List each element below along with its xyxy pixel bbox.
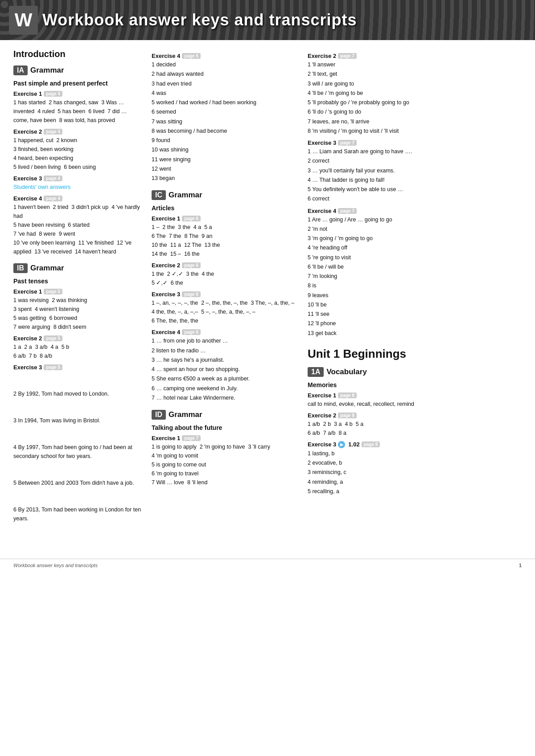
ib-ex1-content: 1 was revising 2 was thinking 3 spent 4 … bbox=[13, 296, 143, 331]
vocab-ex3-content: 1 lasting, b2 evocative, b3 reminiscing,… bbox=[308, 449, 522, 496]
ia-ex2-label: Exercise 2 page 4 bbox=[13, 128, 143, 135]
main-content: Introduction IA Grammar Past simple and … bbox=[0, 40, 535, 554]
id-ex1-page: page 7 bbox=[182, 435, 201, 441]
audio-icon: ▶ bbox=[338, 441, 345, 448]
list-item: 2 correct bbox=[308, 156, 522, 166]
ia-label: IA bbox=[13, 65, 28, 75]
list-item: 12 went bbox=[152, 164, 299, 174]
unit1-title: Unit 1 Beginnings bbox=[308, 347, 522, 361]
list-item: 6 correct bbox=[308, 194, 522, 204]
list-item: 2 evocative, b bbox=[308, 458, 522, 468]
list-item: 5 worked / had worked / had been working bbox=[152, 98, 299, 107]
list-item: 11 'll see bbox=[308, 310, 522, 319]
list-item: 11 were singing bbox=[152, 155, 299, 164]
ib-ex1-label: Exercise 1 page 5 bbox=[13, 288, 143, 295]
list-item: 8 was becoming / had become bbox=[152, 127, 299, 136]
vocab-ex3-label: Exercise 3 ▶ 1.02 page 8 bbox=[308, 441, 522, 448]
ic-ex3-label: Exercise 3 page 6 bbox=[152, 291, 299, 298]
ic-ex4-content: 1 … from one job to another …2 listen to… bbox=[152, 336, 299, 403]
ia-ex1-content: 1 has started 2 has changed, saw 3 Was …… bbox=[13, 98, 143, 125]
ic-section: Grammar bbox=[169, 191, 202, 200]
ib-label: IB bbox=[13, 263, 28, 273]
vocab-ex2-content: 1 a/b 2 b 3 a 4 b 5 a 6 a/b 7 a/b 8 a bbox=[308, 420, 522, 437]
id-label: ID bbox=[152, 410, 166, 420]
id-ex2-page: page 7 bbox=[338, 53, 357, 59]
list-item: 3 … he says he's a journalist. bbox=[152, 356, 299, 365]
ib-ex3-page: page 5 bbox=[44, 364, 62, 370]
column-right: Exercise 2 page 7 1 'll answer2 'll text… bbox=[308, 49, 522, 541]
id-ex4-label: Exercise 4 page 7 bbox=[308, 208, 522, 214]
list-item: 6 'll be / will be bbox=[308, 262, 522, 272]
list-item: 4 … spent an hour or two shopping. bbox=[152, 365, 299, 374]
vocab-ex1-label: Exercise 1 page 8 bbox=[308, 392, 522, 399]
id-ex3-label: Exercise 3 page 7 bbox=[308, 139, 522, 146]
page-footer: Workbook answer keys and transcripts 1 bbox=[0, 559, 535, 572]
w-letter: W bbox=[15, 9, 33, 31]
ic-ex1-label: Exercise 1 page 6 bbox=[152, 215, 299, 222]
list-item: 7 was sitting bbox=[152, 117, 299, 127]
vocab-ex3-page: page 8 bbox=[362, 441, 380, 447]
list-item: 2 had always wanted bbox=[152, 69, 299, 79]
1a-label: 1A bbox=[308, 367, 324, 377]
ia-ex4-label: Exercise 4 page 4 bbox=[13, 195, 143, 202]
column-mid: Exercise 4 page 5 1 decided2 had always … bbox=[152, 49, 308, 541]
list-item: 2 'll text, get bbox=[308, 69, 522, 79]
list-item: 5 You definitely won't be able to use … bbox=[308, 185, 522, 194]
list-item: 10 was shining bbox=[152, 145, 299, 155]
list-item: 4 'll be / 'm going to be bbox=[308, 89, 522, 98]
introduction-title: Introduction bbox=[13, 49, 143, 59]
ia-ex3-page: page 4 bbox=[44, 176, 62, 181]
footer-right: 1 bbox=[519, 563, 522, 568]
ic-ex4-page: page 6 bbox=[182, 329, 201, 335]
list-item: 13 began bbox=[152, 174, 299, 183]
list-item: 8 is bbox=[308, 281, 522, 290]
1a-section: Vocabulary bbox=[326, 368, 366, 376]
ib-ex2-content: 1 a 2 a 3 a/b 4 a 5 b 6 a/b 7 b 8 a/b bbox=[13, 343, 143, 360]
vocab-subsection: Memories bbox=[308, 381, 522, 388]
ic-ex1-page: page 6 bbox=[182, 216, 201, 221]
id-ex4-page: page 7 bbox=[338, 208, 357, 214]
list-item: 5 're going to visit bbox=[308, 253, 522, 262]
ib-ex1-page: page 5 bbox=[44, 289, 62, 294]
vocab-ex1-content: call to mind, evoke, recall, recollect, … bbox=[308, 400, 522, 409]
ic-label: IC bbox=[152, 190, 166, 200]
list-item: 3 had even tried bbox=[152, 79, 299, 89]
list-item: 8 'm visiting / 'm going to visit / 'll … bbox=[308, 127, 522, 136]
ib-ex3-content: 2 By 1992, Tom had moved to London. 3 In… bbox=[13, 372, 143, 541]
list-item: 6 seemed bbox=[152, 107, 299, 117]
ia-ex1-page: page 4 bbox=[44, 91, 62, 97]
list-item: 1 decided bbox=[152, 60, 299, 69]
list-item: 1 … from one job to another … bbox=[152, 336, 299, 346]
ib-ex3-label: Exercise 3 page 5 bbox=[13, 364, 143, 371]
ia-subsection: Past simple and present perfect bbox=[13, 80, 143, 87]
ic-ex1-content: 1 – 2 the 3 the 4 a 5 a 6 The 7 the 8 Th… bbox=[152, 223, 299, 258]
id-section: Grammar bbox=[169, 410, 202, 419]
ib-ex4-label: Exercise 4 page 5 bbox=[152, 53, 299, 59]
vocab-ex3-audio: 1.02 bbox=[348, 441, 359, 448]
ic-ex2-content: 1 the 2 ✓,✓ 3 the 4 the 5 ✓,✓ 6 the bbox=[152, 270, 299, 287]
ia-ex3-label: Exercise 3 page 4 bbox=[13, 175, 143, 182]
ia-ex2-content: 1 happened, cut 2 known 3 finished, been… bbox=[13, 136, 143, 172]
list-item: 1 … Liam and Sarah are going to have …. bbox=[308, 147, 522, 156]
column-left: Introduction IA Grammar Past simple and … bbox=[13, 49, 152, 541]
vocab-ex1-page: page 8 bbox=[338, 392, 357, 398]
list-item: 5 'll probably go / 're probably going t… bbox=[308, 98, 522, 107]
id-ex3-page: page 7 bbox=[338, 140, 357, 146]
ic-ex2-page: page 6 bbox=[182, 262, 201, 268]
list-item: 7 leaves, are no, 'll arrive bbox=[308, 117, 522, 127]
list-item: 4 reminding, a bbox=[308, 478, 522, 487]
id-ex3-content: 1 … Liam and Sarah are going to have ….2… bbox=[308, 147, 522, 204]
ic-heading-row: IC Grammar bbox=[152, 190, 299, 200]
ib-ex3-item: 3 In 1994, Tom was living in Bristol. bbox=[13, 416, 143, 425]
list-item: 7 … hotel near Lake Windermere. bbox=[152, 393, 299, 403]
ib-ex3-item: 2 By 1992, Tom had moved to London. bbox=[13, 389, 143, 398]
vocab-heading-row: 1A Vocabulary bbox=[308, 367, 522, 377]
w-logo-box: W bbox=[9, 6, 38, 35]
list-item: 2 listen to the radio … bbox=[152, 346, 299, 356]
id-ex4-content: 1 Are … going / Are … going to go2 'm no… bbox=[308, 215, 522, 338]
ib-heading-row: IB Grammar bbox=[13, 263, 143, 273]
ib-subsection: Past tenses bbox=[13, 278, 143, 285]
ic-ex2-label: Exercise 2 page 6 bbox=[152, 262, 299, 269]
ib-ex4-page: page 5 bbox=[182, 53, 201, 59]
list-item: 12 'll phone bbox=[308, 319, 522, 328]
